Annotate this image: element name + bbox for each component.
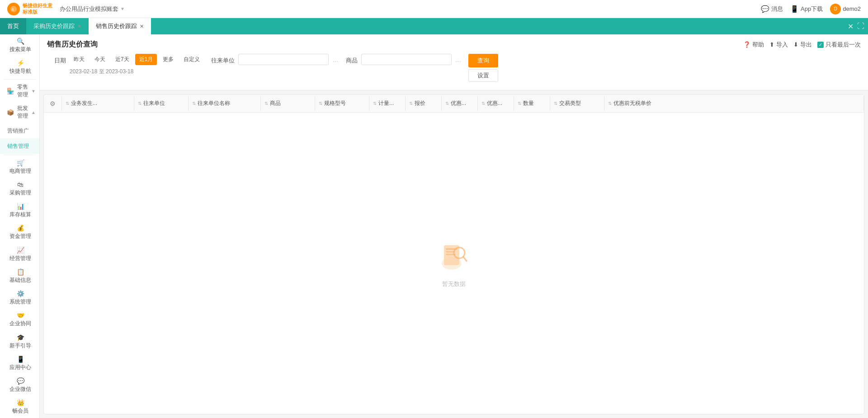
th-price[interactable]: ⇅ 报价: [406, 96, 442, 111]
filter-btn-yesterday[interactable]: 昨天: [70, 54, 89, 65]
settings-button[interactable]: 设置: [468, 69, 498, 82]
th-quantity[interactable]: ⇅ 数量: [514, 96, 550, 111]
app-selector[interactable]: 办公用品行业模拟账套 ▼: [56, 3, 128, 15]
page-actions: ❓ 帮助 ⬆ 导入 ⬇ 导出 只看最后一次: [743, 41, 861, 49]
import-button[interactable]: ⬆ 导入: [769, 41, 788, 49]
th-discount2[interactable]: ⇅ 优惠...: [478, 96, 514, 111]
import-label: 导入: [776, 41, 788, 49]
sidebar-item-ops[interactable]: 📈 经营管理: [0, 243, 39, 265]
top-bar: 6 畅捷信好生意 标准版 办公用品行业模拟账套 ▼ 💬 消息 📱 App下载 D…: [0, 0, 868, 18]
tab-sales-history[interactable]: 销售历史价跟踪 ✕: [89, 18, 151, 34]
app-icon: 📱: [17, 356, 24, 363]
sidebar-item-marketing-label: 营销推广: [7, 127, 29, 135]
sidebar-item-enterprise-collab[interactable]: 🤝 企业协同: [0, 309, 39, 331]
ops-icon: 📈: [17, 247, 24, 254]
svg-text:6: 6: [12, 7, 14, 12]
sidebar-divider-2: [4, 155, 36, 155]
sidebar-item-marketing[interactable]: 营销推广: [0, 123, 39, 138]
message-label: 消息: [771, 5, 783, 13]
tab-sales-history-close[interactable]: ✕: [140, 24, 144, 29]
product-input-group: ...: [361, 54, 461, 65]
sidebar-item-app-center[interactable]: 📱 应用中心: [0, 352, 39, 374]
inventory-icon: 📊: [17, 203, 24, 210]
chevron-up-icon: ▲: [31, 110, 36, 115]
help-button[interactable]: ❓ 帮助: [743, 41, 764, 49]
close-all-tabs-button[interactable]: ✕: [848, 22, 854, 31]
sidebar-item-ecommerce[interactable]: 🛒 电商管理: [0, 156, 39, 178]
app-download-button[interactable]: 📱 App下载: [790, 5, 823, 13]
sidebar-item-new-guide[interactable]: 🎓 新手引导: [0, 331, 39, 352]
sort-icon: ⇅: [481, 101, 485, 106]
main-layout: 🔍 搜索菜单 ⚡ 快捷导航 🏪 零售管理 ▼ 📦 批发管理 ▲ 营销推广 销售管…: [0, 34, 868, 418]
sidebar-item-inventory[interactable]: 📊 库存核算: [0, 200, 39, 222]
action-buttons: 查询 设置: [468, 54, 498, 82]
sidebar-item-basic-info[interactable]: 📋 基础信息: [0, 265, 39, 287]
maximize-button[interactable]: ⛶: [857, 22, 864, 30]
search-button[interactable]: 查询: [468, 54, 498, 67]
purchase-icon: 🛍: [17, 181, 24, 188]
th-counterpart-code-label: 往来单位: [143, 100, 165, 107]
th-spec[interactable]: ⇅ 规格型号: [315, 96, 369, 111]
filter-btn-last7days[interactable]: 近7天: [111, 54, 133, 65]
th-counterpart-code[interactable]: ⇅ 往来单位: [134, 96, 189, 111]
sidebar-item-quick-nav-label: 快捷导航: [9, 67, 31, 75]
member-icon: 👑: [17, 399, 24, 406]
date-filter-options: 昨天 今天 近7天 近1月 更多 自定义 2023-02-18 至 2023-0…: [70, 54, 204, 76]
counterpart-input[interactable]: [238, 54, 329, 65]
app-download-icon: 📱: [790, 5, 799, 13]
th-price-label: 报价: [415, 100, 425, 107]
filter-btn-custom[interactable]: 自定义: [179, 54, 204, 65]
th-settings[interactable]: ⚙: [44, 96, 62, 111]
sort-icon: ⇅: [445, 101, 449, 106]
filter-btn-last1month[interactable]: 近1月: [135, 54, 157, 65]
th-biz-date[interactable]: ⇅ 业务发生...: [62, 96, 134, 111]
message-button[interactable]: 💬 消息: [761, 5, 783, 13]
sidebar-item-search-menu[interactable]: 🔍 搜索菜单: [0, 34, 39, 56]
tab-purchase-history[interactable]: 采购历史价跟踪 ✕: [26, 18, 89, 34]
counterpart-dots-button[interactable]: ...: [332, 56, 338, 64]
sidebar-item-sales-mgmt[interactable]: 销售管理: [0, 138, 39, 154]
th-discount1-label: 优惠...: [451, 100, 466, 107]
export-button[interactable]: ⬇ 导出: [793, 41, 812, 49]
tab-home[interactable]: 首页: [0, 18, 26, 34]
guide-icon: 🎓: [17, 334, 24, 341]
tab-sales-history-label: 销售历史价跟踪: [96, 22, 137, 30]
only-last-checkbox-group[interactable]: 只看最后一次: [817, 41, 861, 49]
sort-icon: ⇅: [608, 101, 612, 106]
sidebar-item-enterprise-wechat[interactable]: 💬 企业微信: [0, 375, 39, 396]
filter-btn-today[interactable]: 今天: [90, 54, 109, 65]
date-range-display: 2023-02-18 至 2023-03-18: [70, 68, 204, 76]
sidebar-item-inventory-label: 库存核算: [9, 211, 31, 218]
th-pre-tax-price[interactable]: ⇅ 优惠前无税单价: [604, 96, 864, 111]
date-filter-label: 日期: [54, 54, 66, 65]
date-filter-group: 日期 昨天 今天 近7天 近1月 更多 自定义 2023-02-18 至 202…: [54, 54, 204, 76]
sidebar-item-sys-mgmt[interactable]: ⚙️ 系统管理: [0, 287, 39, 309]
svg-line-8: [463, 257, 467, 261]
sidebar-item-retail-mgmt[interactable]: 🏪 零售管理 ▼: [0, 80, 39, 101]
sidebar-item-finance[interactable]: 💰 资金管理: [0, 222, 39, 243]
sidebar-item-quick-nav[interactable]: ⚡ 快捷导航: [0, 56, 39, 78]
counterpart-filter-label: 往来单位: [211, 54, 235, 65]
logo-icon: 6: [7, 3, 20, 15]
user-menu[interactable]: D demo2: [830, 4, 861, 14]
sidebar-item-ops-label: 经营管理: [9, 255, 31, 262]
sort-icon: ⇅: [554, 101, 557, 106]
product-dots-button[interactable]: ...: [455, 56, 461, 64]
product-input[interactable]: [361, 54, 452, 65]
app-selector-label: 办公用品行业模拟账套: [60, 5, 118, 13]
sidebar-item-purchase[interactable]: 🛍 采购管理: [0, 178, 39, 200]
sidebar-item-basic-info-label: 基础信息: [9, 276, 31, 284]
date-filter-buttons: 昨天 今天 近7天 近1月 更多 自定义: [70, 54, 204, 65]
sidebar-item-member[interactable]: 👑 畅会员: [0, 396, 39, 418]
th-product[interactable]: ⇅ 商品: [261, 96, 315, 111]
only-last-checkbox[interactable]: [817, 42, 824, 48]
tab-purchase-history-close[interactable]: ✕: [77, 24, 81, 29]
gear-icon[interactable]: ⚙: [50, 100, 56, 107]
th-discount1[interactable]: ⇅ 优惠...: [442, 96, 478, 111]
th-trade-type[interactable]: ⇅ 交易类型: [550, 96, 604, 111]
th-unit[interactable]: ⇅ 计量...: [369, 96, 406, 111]
chevron-down-icon: ▼: [120, 6, 125, 11]
filter-btn-more[interactable]: 更多: [159, 54, 178, 65]
th-counterpart-name[interactable]: ⇅ 往来单位名称: [189, 96, 261, 111]
sidebar-item-wholesale-mgmt[interactable]: 📦 批发管理 ▲: [0, 102, 39, 123]
